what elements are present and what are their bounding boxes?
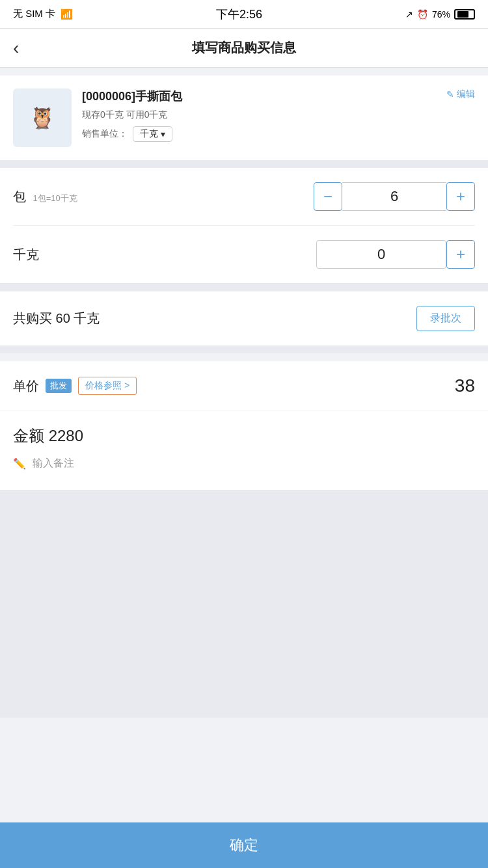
kg-label-main: 千克 bbox=[13, 247, 39, 262]
page-title: 填写商品购买信息 bbox=[192, 39, 296, 57]
price-left: 单价 批发 价格参照 > bbox=[13, 377, 137, 395]
unit-value: 千克 bbox=[140, 128, 158, 140]
note-row[interactable]: ✏️ 输入备注 bbox=[13, 457, 475, 470]
kg-quantity-controls: + bbox=[316, 240, 475, 269]
confirm-button[interactable]: 确定 bbox=[0, 822, 488, 868]
carrier-text: 无 SIM 卡 bbox=[13, 8, 55, 20]
unit-select[interactable]: 千克 ▾ bbox=[133, 126, 172, 142]
chevron-down-icon: ▾ bbox=[161, 129, 165, 139]
bao-label-main: 包 bbox=[13, 189, 26, 204]
price-value: 38 bbox=[455, 375, 475, 396]
nav-bar: ‹ 填写商品购买信息 bbox=[0, 29, 488, 68]
pencil-icon: ✏️ bbox=[13, 457, 26, 470]
product-card: 🦉 [0000006]手撕面包 现存0千克 可用0千克 销售单位： 千克 ▾ ✎… bbox=[0, 75, 488, 160]
amount-number: 2280 bbox=[49, 427, 83, 444]
note-placeholder: 输入备注 bbox=[33, 457, 74, 470]
quantity-section: 包 1包=10千克 − + 千克 + bbox=[0, 168, 488, 283]
gray-spacer bbox=[0, 490, 488, 718]
edit-button[interactable]: ✎ 编辑 bbox=[446, 88, 475, 100]
price-label: 单价 bbox=[13, 377, 39, 395]
batch-button[interactable]: 录批次 bbox=[416, 306, 475, 331]
status-bar: 无 SIM 卡 📶 下午2:56 ↗ ⏰ 76% bbox=[0, 0, 488, 29]
bao-quantity-controls: − + bbox=[314, 182, 475, 211]
status-time: 下午2:56 bbox=[216, 7, 262, 22]
bao-quantity-row: 包 1包=10千克 − + bbox=[13, 168, 475, 226]
status-right: ↗ ⏰ 76% bbox=[405, 9, 475, 20]
unit-label: 销售单位： bbox=[82, 128, 128, 140]
bao-label-sub: 1包=10千克 bbox=[33, 193, 77, 203]
amount-row: 金额 2280 bbox=[13, 426, 475, 446]
kg-label: 千克 bbox=[13, 246, 316, 264]
product-info: [0000006]手撕面包 现存0千克 可用0千克 销售单位： 千克 ▾ bbox=[82, 88, 475, 142]
amount-label: 金额 bbox=[13, 427, 44, 444]
price-ref-label: 价格参照 > bbox=[85, 380, 129, 392]
kg-quantity-row: 千克 + bbox=[13, 226, 475, 283]
bao-decrement-button[interactable]: − bbox=[314, 182, 342, 211]
total-row: 共购买 60 千克 录批次 bbox=[0, 291, 488, 346]
back-button[interactable]: ‹ bbox=[13, 38, 19, 59]
divider-1 bbox=[0, 160, 488, 168]
divider-2 bbox=[0, 283, 488, 291]
kg-quantity-input[interactable] bbox=[316, 240, 446, 269]
battery-text: 76% bbox=[432, 9, 450, 20]
price-tag: 批发 bbox=[46, 379, 72, 393]
amount-section: 金额 2280 ✏️ 输入备注 bbox=[0, 411, 488, 490]
edit-icon: ✎ bbox=[446, 89, 454, 100]
price-ref-button[interactable]: 价格参照 > bbox=[78, 377, 137, 395]
total-text: 共购买 60 千克 bbox=[13, 310, 100, 327]
bao-increment-button[interactable]: + bbox=[446, 182, 475, 211]
divider-3 bbox=[0, 346, 488, 353]
location-icon: ↗ bbox=[405, 9, 413, 20]
product-stock: 现存0千克 可用0千克 bbox=[82, 109, 475, 121]
bao-label: 包 1包=10千克 bbox=[13, 188, 314, 206]
alarm-icon: ⏰ bbox=[417, 9, 428, 20]
product-name: [0000006]手撕面包 bbox=[82, 88, 475, 104]
product-unit-row: 销售单位： 千克 ▾ bbox=[82, 126, 475, 142]
product-thumbnail: 🦉 bbox=[13, 88, 72, 147]
kg-increment-button[interactable]: + bbox=[446, 240, 475, 269]
edit-label: 编辑 bbox=[457, 88, 475, 100]
wifi-icon: 📶 bbox=[61, 8, 73, 20]
status-carrier: 无 SIM 卡 📶 bbox=[13, 8, 73, 20]
price-section: 单价 批发 价格参照 > 38 bbox=[0, 361, 488, 411]
bao-quantity-input[interactable] bbox=[342, 182, 446, 211]
product-thumb-icon: 🦉 bbox=[29, 105, 55, 130]
battery-bar bbox=[454, 9, 475, 20]
battery-fill bbox=[457, 11, 468, 18]
